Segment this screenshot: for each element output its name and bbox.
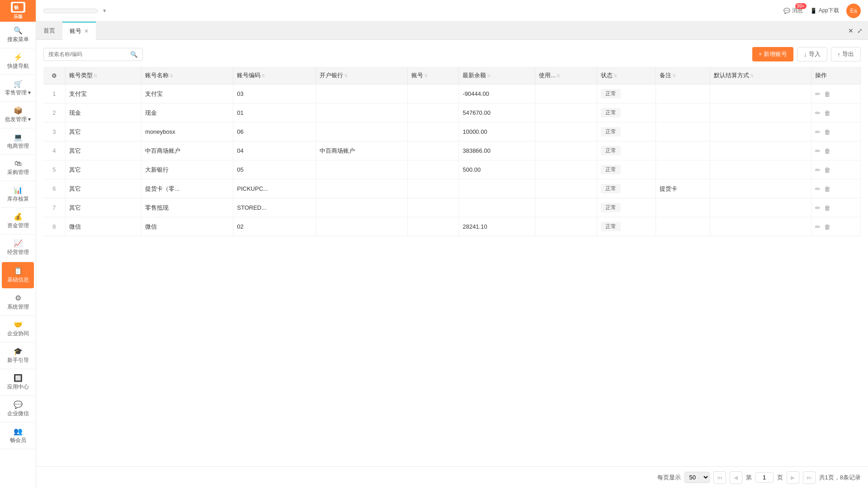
- delete-button-2[interactable]: 🗑: [824, 128, 830, 136]
- cell-usage-2: [535, 122, 597, 141]
- delete-button-4[interactable]: 🗑: [824, 166, 830, 174]
- col-header-balance[interactable]: 最新余额⇅: [459, 67, 535, 84]
- cell-bank-6: [316, 198, 408, 217]
- cell-remark-4: [656, 160, 710, 179]
- message-button[interactable]: 💬 消息 99+: [783, 7, 803, 14]
- sidebar-item-ecommerce[interactable]: 💻电商管理: [0, 128, 36, 155]
- edit-button-0[interactable]: ✏: [815, 90, 821, 98]
- sidebar-item-finance[interactable]: 💰资金管理: [0, 208, 36, 235]
- cell-usage-0: [535, 84, 597, 103]
- dropdown-icon[interactable]: ▾: [103, 7, 106, 14]
- search-group[interactable]: 🔍: [43, 48, 143, 61]
- sidebar-item-member[interactable]: 👥畅会员: [0, 422, 36, 449]
- col-header-account[interactable]: 账号⇅: [408, 67, 459, 84]
- delete-button-1[interactable]: 🗑: [824, 109, 830, 117]
- tab-home[interactable]: 首页: [36, 22, 62, 40]
- app-download-label: App下载: [819, 7, 839, 14]
- sidebar-icon-purchase: 🛍: [2, 160, 34, 168]
- cell-balance-3: 383866.00: [459, 141, 535, 160]
- first-page-button[interactable]: ⏮: [713, 471, 726, 484]
- export-label: 导出: [842, 50, 854, 58]
- cell-account-7: [408, 217, 459, 236]
- cell-remark-6: [656, 198, 710, 217]
- maximize-button[interactable]: ⤢: [857, 27, 863, 34]
- col-header-usage[interactable]: 使用...⇅: [535, 67, 597, 84]
- tab-close-account[interactable]: ✕: [84, 28, 89, 34]
- sidebar-icon-inventory: 📊: [2, 186, 34, 194]
- sort-icon-type: ⇅: [94, 73, 97, 78]
- col-header-bank[interactable]: 开户银行⇅: [316, 67, 408, 84]
- cell-account-1: [408, 103, 459, 122]
- edit-button-2[interactable]: ✏: [815, 128, 821, 136]
- add-account-button[interactable]: + 新增账号: [752, 47, 793, 61]
- cell-status-0: 正常: [597, 84, 656, 103]
- sidebar-item-retail[interactable]: 🛒零售管理 ▾: [0, 75, 36, 102]
- col-header-type[interactable]: 账号类型⇅: [65, 67, 142, 84]
- cell-bank-7: [316, 217, 408, 236]
- sidebar-item-search[interactable]: 🔍搜索菜单: [0, 22, 36, 48]
- search-button[interactable]: 🔍: [126, 48, 142, 61]
- delete-button-0[interactable]: 🗑: [824, 90, 830, 98]
- page-size-select[interactable]: 50 100 200: [684, 472, 710, 483]
- col-header-default_settle[interactable]: 默认结算方式⇅: [710, 67, 811, 84]
- sidebar: 畅 乐版 🔍搜索菜单⚡快捷导航🛒零售管理 ▾📦批发管理 ▾💻电商管理🛍采购管理📊…: [0, 0, 36, 488]
- edit-button-5[interactable]: ✏: [815, 185, 821, 192]
- cell-default_settle-2: [710, 122, 811, 141]
- cell-default_settle-5: [710, 179, 811, 198]
- export-icon: ↑: [838, 51, 841, 58]
- delete-button-3[interactable]: 🗑: [824, 147, 830, 155]
- cell-balance-0: -90444.00: [459, 84, 535, 103]
- cell-status-7: 正常: [597, 217, 656, 236]
- sidebar-item-wholesale[interactable]: 📦批发管理 ▾: [0, 102, 36, 128]
- page-input[interactable]: [755, 472, 774, 483]
- page-size-label: 每页显示: [657, 474, 681, 482]
- sidebar-item-quick-nav[interactable]: ⚡快捷导航: [0, 48, 36, 75]
- col-header-status[interactable]: 状态⇅: [597, 67, 656, 84]
- col-header-name[interactable]: 账号名称⇅: [142, 67, 233, 84]
- delete-button-5[interactable]: 🗑: [824, 185, 830, 192]
- export-button[interactable]: ↑ 导出: [831, 47, 861, 61]
- close-tab-button[interactable]: ✕: [848, 27, 854, 34]
- import-label: 导入: [809, 50, 821, 58]
- edit-button-1[interactable]: ✏: [815, 109, 821, 117]
- app-download-button[interactable]: 📱 App下载: [810, 7, 839, 14]
- sort-icon-status: ⇅: [613, 73, 617, 78]
- cell-bank-0: [316, 84, 408, 103]
- download-icon: 📱: [810, 8, 817, 14]
- sidebar-item-basic-info[interactable]: 📋基础信息: [2, 262, 34, 288]
- avatar[interactable]: Ea: [846, 4, 861, 18]
- col-header-code[interactable]: 账号编码⇅: [233, 67, 316, 84]
- edit-button-3[interactable]: ✏: [815, 147, 821, 155]
- action-icons-5: ✏ 🗑: [815, 185, 857, 192]
- cell-remark-3: [656, 141, 710, 160]
- tab-account[interactable]: 账号✕: [62, 22, 96, 40]
- sidebar-item-system[interactable]: ⚙系统管理: [0, 289, 36, 316]
- sidebar-item-operations[interactable]: 📈经营管理: [0, 235, 36, 261]
- prev-page-button[interactable]: ◀: [730, 471, 742, 484]
- edit-button-7[interactable]: ✏: [815, 223, 821, 230]
- col-header-remark[interactable]: 备注⇅: [656, 67, 710, 84]
- cell-status-5: 正常: [597, 179, 656, 198]
- sidebar-item-app-center[interactable]: 🔲应用中心: [0, 369, 36, 396]
- sidebar-item-purchase[interactable]: 🛍采购管理: [0, 155, 36, 181]
- search-input[interactable]: [44, 48, 126, 60]
- next-page-button[interactable]: ▶: [787, 471, 799, 484]
- sidebar-item-agreement[interactable]: 🤝企业协同: [0, 316, 36, 343]
- edit-button-4[interactable]: ✏: [815, 166, 821, 174]
- delete-button-6[interactable]: 🗑: [824, 204, 830, 211]
- cell-bank-4: [316, 160, 408, 179]
- edit-button-6[interactable]: ✏: [815, 204, 821, 211]
- col-header-action: 操作: [811, 67, 860, 84]
- import-button[interactable]: ↓ 导入: [797, 47, 827, 61]
- sidebar-item-wechat[interactable]: 💬企业微信: [0, 396, 36, 422]
- sidebar-item-inventory[interactable]: 📊库存核算: [0, 181, 36, 208]
- last-page-button[interactable]: ⏭: [803, 471, 816, 484]
- sidebar-item-guide[interactable]: 🎓新手引导: [0, 343, 36, 369]
- sidebar-icon-guide: 🎓: [2, 347, 34, 356]
- table-row: 5其它大新银行05500.00正常 ✏ 🗑: [43, 160, 861, 179]
- footer-pagination: 每页显示 50 100 200 ⏮ ◀ 第 页 ▶ ⏭ 共1页，8条记录: [36, 466, 868, 488]
- cell-action-4: ✏ 🗑: [811, 160, 860, 179]
- col-label-bank: 开户银行: [320, 72, 343, 79]
- delete-button-7[interactable]: 🗑: [824, 223, 830, 230]
- top-search-box[interactable]: [43, 9, 98, 13]
